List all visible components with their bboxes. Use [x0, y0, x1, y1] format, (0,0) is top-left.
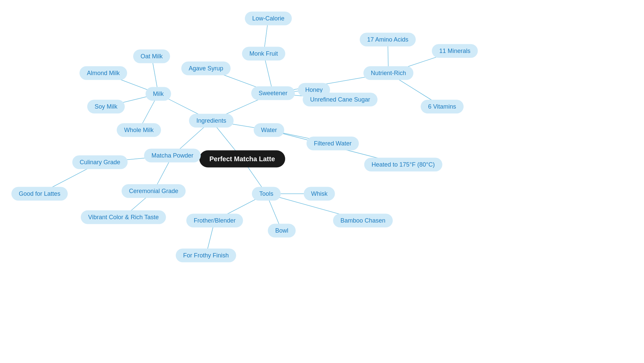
node-water[interactable]: Water — [254, 123, 284, 137]
node-almond-milk[interactable]: Almond Milk — [79, 66, 127, 80]
node-whisk[interactable]: Whisk — [304, 187, 335, 201]
node-sweetener[interactable]: Sweetener — [251, 86, 295, 100]
node-agave-syrup[interactable]: Agave Syrup — [181, 62, 230, 75]
node-filtered-water[interactable]: Filtered Water — [307, 137, 359, 150]
node-low-calorie[interactable]: Low-Calorie — [245, 12, 292, 25]
node-bowl[interactable]: Bowl — [268, 224, 296, 238]
node-soy-milk[interactable]: Soy Milk — [87, 100, 125, 114]
mind-map-canvas: Perfect Matcha LatteIngredientsMilkAlmon… — [0, 0, 644, 363]
node-ingredients[interactable]: Ingredients — [189, 114, 233, 128]
node-heated-water[interactable]: Heated to 175°F (80°C) — [364, 158, 442, 172]
center-node: Perfect Matcha Latte — [199, 150, 285, 168]
node-milk[interactable]: Milk — [146, 87, 171, 101]
node-vibrant-color[interactable]: Vibrant Color & Rich Taste — [81, 210, 166, 224]
node-culinary-grade[interactable]: Culinary Grade — [72, 156, 127, 169]
node-unrefined-cane-sugar[interactable]: Unrefined Cane Sugar — [303, 93, 377, 107]
node-nutrient-rich[interactable]: Nutrient-Rich — [363, 66, 413, 80]
node-ceremonial-grade[interactable]: Ceremonial Grade — [121, 184, 185, 198]
node-matcha-powder[interactable]: Matcha Powder — [144, 149, 201, 163]
node-11-minerals[interactable]: 11 Minerals — [432, 44, 478, 58]
node-for-frothy[interactable]: For Frothy Finish — [176, 249, 236, 262]
node-bamboo-chasen[interactable]: Bamboo Chasen — [333, 214, 393, 228]
node-17-amino[interactable]: 17 Amino Acids — [360, 33, 416, 47]
node-oat-milk[interactable]: Oat Milk — [133, 50, 170, 63]
node-whole-milk[interactable]: Whole Milk — [117, 123, 161, 137]
node-6-vitamins[interactable]: 6 Vitamins — [421, 100, 464, 114]
node-frother-blender[interactable]: Frother/Blender — [186, 214, 243, 228]
node-monk-fruit[interactable]: Monk Fruit — [242, 47, 285, 61]
node-good-for-lattes[interactable]: Good for Lattes — [11, 187, 68, 201]
node-tools[interactable]: Tools — [252, 187, 281, 201]
